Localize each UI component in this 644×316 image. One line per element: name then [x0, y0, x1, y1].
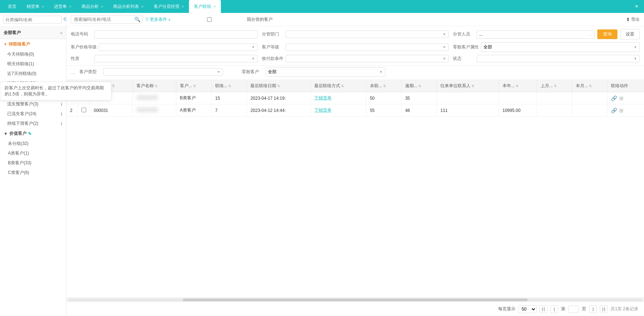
col-last-method[interactable]: 最后联络方式 ⇅	[310, 80, 366, 92]
col-last-date-sort[interactable]: 最后联络日期 ⇅	[250, 83, 306, 89]
customer-type-select[interactable]: ▼	[103, 68, 223, 76]
col-last-method-sort-icon: ⇅	[341, 84, 344, 88]
nav-sales-close[interactable]: ×	[42, 0, 44, 13]
price-grade-select[interactable]: ▼	[99, 43, 258, 51]
top-navigation: 首页 销货单 × 进货单 × 商品分析 × 商品分析列表 × 客户分层经营 × …	[0, 0, 644, 13]
nav-product-analysis[interactable]: 商品分析 ×	[77, 0, 108, 13]
sidebar-item-declining[interactable]: 持续下滑客户(2) ℹ	[0, 119, 66, 128]
nav-customer-contact[interactable]: 客户联络 ×	[189, 0, 221, 13]
dept-select[interactable]: ▼	[286, 30, 449, 38]
scrollbar-track[interactable]	[68, 298, 643, 301]
sidebar-search-icon[interactable]: 🔍	[63, 17, 66, 22]
my-customer-filter[interactable]: 我分管的客户	[173, 16, 273, 23]
row1-grid-icon[interactable]: ⊞	[619, 95, 624, 101]
prev-page-button[interactable]: ⟨	[550, 305, 558, 313]
row2-last-method[interactable]: 下销货单	[310, 104, 366, 117]
filter-row-phone: 电话号码	[71, 29, 258, 39]
col-this-year[interactable]: 本年... ⇅	[499, 80, 537, 92]
col-type-sort[interactable]: 客户... ⇅	[180, 83, 208, 89]
my-customer-checkbox[interactable]	[173, 17, 245, 22]
settings-button[interactable]: 设置	[620, 29, 640, 39]
nav-purchase-close[interactable]: ×	[69, 0, 71, 13]
more-filter-arrow: ∧	[168, 18, 171, 22]
sidebar-item-churn-warning[interactable]: 流失预警客户(3) ℹ	[0, 99, 66, 109]
nav-customer-segment-close[interactable]: ×	[182, 0, 184, 13]
retail-customer-value: 全部	[268, 69, 277, 75]
query-button[interactable]: 查询	[597, 29, 617, 39]
col-last-month[interactable]: 上月... ⇅	[537, 80, 572, 92]
next-page-button[interactable]: ⟩	[589, 305, 597, 313]
sidebar-item-7days-pending[interactable]: 近7天待联络(0)	[0, 69, 66, 79]
horizontal-scrollbar[interactable]	[66, 297, 644, 302]
sidebar-item-today-pending[interactable]: 今天待联络(0)	[0, 49, 66, 59]
nav-home[interactable]: 首页	[3, 0, 22, 13]
payment-select[interactable]: ▼	[286, 55, 449, 62]
col-this-year-sort[interactable]: 本年... ⇅	[502, 83, 533, 89]
current-page-input[interactable]: 1	[568, 306, 579, 313]
nav-purchase[interactable]: 进货单 ×	[49, 0, 76, 13]
sidebar-item-unclassified[interactable]: 未分组(32)	[0, 139, 66, 148]
window-close-button[interactable]: ×	[632, 3, 641, 10]
filter-ellipsis[interactable]: ...	[71, 69, 75, 75]
row1-last-method[interactable]: 下销货单	[310, 92, 366, 104]
more-filter-button[interactable]: ▽ 更多条件 ∧	[145, 16, 171, 23]
row2-last-method-link[interactable]: 下销货单	[314, 108, 332, 113]
col-contact-sort[interactable]: 联络... ⇅	[215, 83, 243, 89]
col-uncontacted-sort[interactable]: 未联... ⇅	[370, 83, 398, 89]
row1-last-method-link[interactable]: 下销货单	[314, 95, 332, 100]
nav-customer-contact-close[interactable]: ×	[213, 0, 216, 13]
col-uncontacted[interactable]: 未联... ⇅	[366, 80, 401, 92]
sidebar-item-class-b[interactable]: B类客户(33)	[0, 158, 66, 168]
customer-level-select[interactable]: ▼	[286, 43, 449, 51]
col-name-sort[interactable]: 客户名称 ⇅	[136, 83, 172, 89]
search-button[interactable]: 🔍	[134, 16, 140, 22]
col-contacts-sort[interactable]: 往来单位联系人 ⇅	[440, 83, 495, 89]
filter-row-4: ... 客户类型 ▼ 零散客户 全部 ▼	[66, 66, 644, 80]
col-name[interactable]: 客户名称 ⇅	[133, 80, 176, 92]
row2-grid-icon[interactable]: ⊞	[619, 108, 624, 113]
nav-product-list-close[interactable]: ×	[141, 0, 143, 13]
scrollbar-thumb[interactable]	[183, 298, 528, 301]
sidebar-collapse-icon[interactable]: »	[60, 30, 62, 36]
per-page-select[interactable]: 50 20 100	[518, 305, 537, 313]
nav-sales-label: 销货单	[27, 0, 40, 13]
row2-link-icon[interactable]: 🔗	[611, 108, 617, 113]
col-this-month[interactable]: 本月... ⇅	[572, 80, 607, 92]
nav-customer-segment[interactable]: 客户分层经营 ×	[149, 0, 189, 13]
nav-product-list[interactable]: 商品分析列表 ×	[108, 0, 148, 13]
sidebar-pending-group-title[interactable]: ▼ 待联络客户	[0, 39, 66, 49]
status-select[interactable]: ▼	[477, 55, 640, 62]
col-last-month-sort[interactable]: 上月... ⇅	[541, 83, 568, 89]
row2-checkbox[interactable]	[78, 104, 90, 117]
col-contacts[interactable]: 往来单位联系人 ⇅	[437, 80, 499, 92]
export-button[interactable]: ⬆ 导出	[626, 16, 640, 23]
row1-link-icon[interactable]: 🔗	[611, 95, 617, 101]
phone-input[interactable]	[94, 30, 258, 39]
col-this-month-sort[interactable]: 本月... ⇅	[576, 83, 603, 89]
gender-select[interactable]: ▼	[94, 55, 258, 62]
nav-product-list-label: 商品分析列表	[113, 0, 139, 13]
nav-product-analysis-close[interactable]: ×	[101, 0, 103, 13]
first-page-button[interactable]: ⟨⟨	[539, 305, 547, 313]
last-page-button[interactable]: ⟩⟩	[600, 305, 608, 313]
nav-sales[interactable]: 销货单 ×	[22, 0, 49, 13]
row2-checkbox-input[interactable]	[82, 108, 86, 112]
col-last-method-sort[interactable]: 最后联络方式 ⇅	[314, 83, 362, 89]
retail-customer-select[interactable]: 全部 ▼	[265, 67, 385, 77]
sidebar-item-class-c[interactable]: C类客户(6)	[0, 168, 66, 178]
sidebar-item-class-a[interactable]: A类客户(1)	[0, 148, 66, 158]
col-overdue-sort[interactable]: 逾期... ⇅	[405, 83, 433, 89]
col-last-date[interactable]: 最后联络日期 ⇅	[247, 80, 310, 92]
retail-attr-select[interactable]: 全部 ▼	[481, 42, 640, 52]
col-overdue[interactable]: 逾期... ⇅	[401, 80, 436, 92]
sidebar-search-input[interactable]	[3, 16, 62, 24]
search-input[interactable]	[71, 15, 143, 24]
staff-select[interactable]: ... …	[477, 30, 594, 39]
value-group-edit-icon[interactable]: ✎	[28, 131, 32, 136]
sidebar-item-tomorrow-pending[interactable]: 明天待联络(1)	[0, 59, 66, 69]
nav-customer-contact-label: 客户联络	[194, 0, 211, 13]
sidebar-item-churned[interactable]: 已流失客户(24) ℹ	[0, 109, 66, 119]
row1-name	[133, 92, 176, 104]
col-type[interactable]: 客户... ⇅	[176, 80, 211, 92]
col-contact-count[interactable]: 联络... ⇅	[212, 80, 247, 92]
